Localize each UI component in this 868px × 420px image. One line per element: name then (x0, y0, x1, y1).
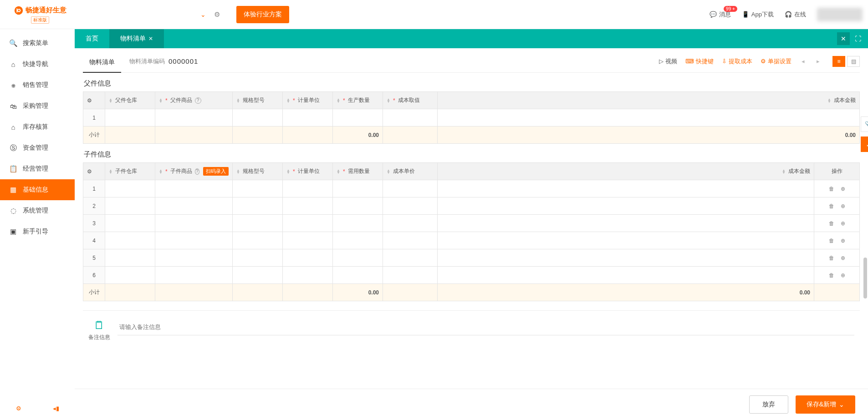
online-support-link[interactable]: 🎧 在线 (785, 10, 806, 19)
expand-icon[interactable]: ⛶ (852, 32, 864, 45)
tool-doc-setting[interactable]: ⚙单据设置 (761, 57, 791, 66)
add-row-icon[interactable]: ⊕ (841, 220, 845, 227)
remarks-label: 备注信息 (88, 334, 110, 341)
attachment-icon[interactable]: 📎 (861, 116, 868, 132)
remarks-input[interactable] (117, 319, 854, 335)
sidebar-icon: 🔍 (9, 39, 17, 47)
discard-button[interactable]: 放弃 (749, 395, 788, 414)
chevron-down-icon: ⌄ (839, 401, 844, 408)
collapse-icon[interactable]: ◂▮ (53, 405, 59, 412)
sidebar-item-7[interactable]: ▦基础信息 (0, 179, 75, 200)
code-label: 物料清单编码 (129, 57, 165, 66)
app-download-link[interactable]: 📱 App下载 (742, 10, 774, 19)
sidebar-item-6[interactable]: 📋经营管理 (0, 158, 75, 179)
tabbar-actions: ✕ ⛶ (837, 32, 868, 45)
tool-shortcut[interactable]: ⌨快捷键 (685, 57, 714, 66)
delete-icon[interactable]: 🗑 (829, 220, 834, 227)
next-record-icon[interactable]: ▸ (815, 58, 822, 65)
sidebar-item-9[interactable]: ▣新手引导 (0, 221, 75, 242)
sidebar: 🔍搜索菜单⌂快捷导航⎈销售管理🛍采购管理⌂库存核算Ⓢ资金管理📋经营管理▦基础信息… (0, 29, 75, 420)
table-row[interactable]: 5🗑⊕ (83, 249, 860, 267)
messages-link[interactable]: 💬 消息 99 + (710, 10, 731, 19)
sidebar-item-4[interactable]: ⌂库存核算 (0, 116, 75, 137)
delete-icon[interactable]: 🗑 (829, 272, 834, 278)
column-header[interactable]: ▲▼规格型号 (233, 92, 283, 109)
parent-table: ⚙▲▼父件仓库▲▼*父件商品?▲▼规格型号▲▼*计量单位▲▼*生产数量▲▼*成本… (83, 91, 860, 144)
delete-icon[interactable]: 🗑 (829, 186, 834, 192)
scan-badge[interactable]: 扫码录入 (203, 167, 229, 176)
settings-icon[interactable]: ⚙ (16, 405, 21, 412)
sidebar-item-3[interactable]: 🛍采购管理 (0, 96, 75, 116)
table-row[interactable]: 1🗑⊕ (83, 180, 860, 197)
save-new-button[interactable]: 保存&新增 ⌄ (796, 395, 855, 414)
sidebar-icon: 🛍 (9, 102, 17, 110)
tool-video[interactable]: ▷视频 (659, 57, 677, 66)
close-all-icon[interactable]: ✕ (837, 32, 850, 45)
gear-column-icon[interactable]: ⚙ (83, 163, 105, 180)
tab-bom[interactable]: 物料清单 ✕ (109, 29, 164, 48)
column-header[interactable]: ▲▼*成本取值 (383, 92, 438, 109)
child-subtotal-row: 小计0.000.00 (83, 284, 860, 301)
tool-fetch-cost[interactable]: ⇩提取成本 (722, 57, 752, 66)
add-row-icon[interactable]: ⊕ (841, 186, 845, 192)
column-header[interactable]: ▲▼*计量单位 (283, 92, 333, 109)
sidebar-item-0[interactable]: 🔍搜索菜单 (0, 33, 75, 54)
sidebar-item-5[interactable]: Ⓢ资金管理 (0, 137, 75, 158)
table-row[interactable]: 3🗑⊕ (83, 215, 860, 232)
delete-icon[interactable]: 🗑 (829, 238, 834, 244)
column-header[interactable]: ▲▼*子件商品?扫码录入 (155, 163, 233, 180)
column-header[interactable]: ▲▼父件仓库 (105, 92, 155, 109)
column-header[interactable]: ▲▼子件仓库 (105, 163, 155, 180)
help-icon[interactable]: ? (195, 168, 199, 175)
gear-column-icon[interactable]: ⚙ (83, 92, 105, 109)
view-card-icon[interactable]: ▤ (847, 56, 860, 67)
table-row[interactable]: 4🗑⊕ (83, 232, 860, 249)
table-row[interactable]: 2🗑⊕ (83, 197, 860, 215)
column-header[interactable]: ▲▼成本金额 (438, 92, 860, 109)
page-tab-bom[interactable]: 物料清单 (83, 55, 121, 73)
column-header[interactable]: ▲▼*需用数量 (333, 163, 383, 180)
play-icon: ▷ (659, 58, 664, 65)
child-table: ⚙▲▼子件仓库▲▼*子件商品?扫码录入▲▼规格型号▲▼*计量单位▲▼*需用数量▲… (83, 162, 860, 301)
gear-icon[interactable]: ⚙ (214, 10, 220, 19)
table-row[interactable]: 6🗑⊕ (83, 267, 860, 284)
column-header[interactable]: ▲▼成本单价 (383, 163, 438, 180)
delete-icon[interactable]: 🗑 (829, 255, 834, 261)
sidebar-footer: ⚙ ◂▮ (0, 397, 75, 420)
table-row[interactable]: 1 (83, 109, 860, 127)
add-row-icon[interactable]: ⊕ (841, 238, 845, 244)
org-selector[interactable]: ⌄ (97, 11, 206, 18)
fullscreen-icon[interactable]: ⤢ (861, 137, 868, 152)
cta-button[interactable]: 体验行业方案 (236, 6, 289, 23)
gear-icon: ⚙ (761, 58, 766, 65)
online-label: 在线 (794, 10, 806, 19)
code-value: 0000001 (168, 57, 198, 65)
help-icon[interactable]: ? (195, 97, 201, 104)
column-header[interactable]: ▲▼*父件商品? (155, 92, 233, 109)
sidebar-item-2[interactable]: ⎈销售管理 (0, 75, 75, 96)
column-header[interactable]: 操作 (814, 163, 860, 180)
column-header[interactable]: ▲▼规格型号 (233, 163, 283, 180)
topbar: 畅捷通好生意 标准版 ⌄ ⚙ 体验行业方案 💬 消息 99 + 📱 App下载 … (0, 0, 868, 29)
sidebar-item-label: 基础信息 (23, 186, 48, 194)
add-row-icon[interactable]: ⊕ (841, 255, 845, 261)
scrollbar[interactable] (863, 258, 867, 299)
add-row-icon[interactable]: ⊕ (841, 203, 845, 209)
messages-badge: 99 + (724, 6, 737, 12)
add-row-icon[interactable]: ⊕ (841, 272, 845, 278)
tab-home[interactable]: 首页 (75, 29, 109, 48)
sidebar-icon: ⎈ (9, 81, 17, 89)
column-header[interactable]: ▲▼*计量单位 (283, 163, 333, 180)
logo[interactable]: 畅捷通好生意 标准版 (5, 5, 75, 24)
delete-icon[interactable]: 🗑 (829, 203, 834, 209)
prev-record-icon[interactable]: ◂ (800, 58, 807, 65)
close-icon[interactable]: ✕ (148, 35, 153, 42)
sidebar-icon: 📋 (9, 165, 17, 173)
view-toggle: ≡ ▤ (832, 56, 860, 67)
sidebar-item-8[interactable]: ◌系统管理 (0, 200, 75, 221)
view-list-icon[interactable]: ≡ (832, 56, 845, 67)
sidebar-item-1[interactable]: ⌂快捷导航 (0, 54, 75, 75)
avatar[interactable] (817, 8, 863, 21)
column-header[interactable]: ▲▼成本金额 (438, 163, 814, 180)
column-header[interactable]: ▲▼*生产数量 (333, 92, 383, 109)
